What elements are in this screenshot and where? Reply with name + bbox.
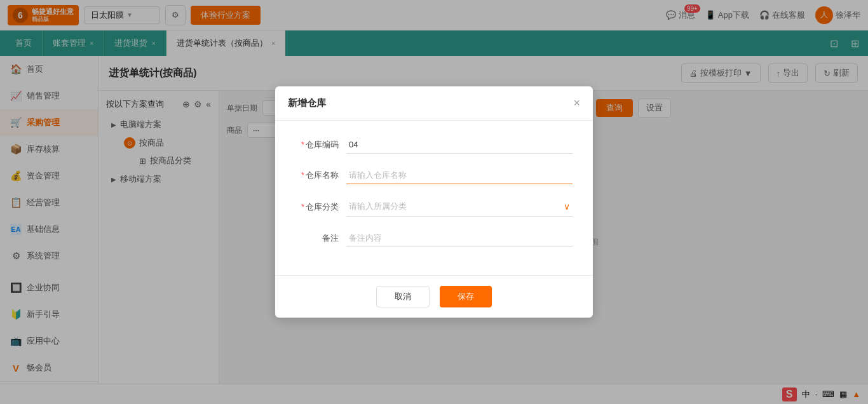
name-input[interactable] — [346, 166, 573, 184]
save-button[interactable]: 保存 — [440, 286, 492, 307]
category-label: 仓库分类 — [295, 201, 346, 213]
modal-title: 新增仓库 — [288, 97, 326, 109]
code-label: 仓库编码 — [295, 139, 346, 151]
modal-overlay: 新增仓库 × 仓库编码 仓库名称 仓库分类 请输入所属分类 ∨ 备注 — [0, 0, 868, 404]
form-row-name: 仓库名称 — [295, 166, 573, 184]
modal-footer: 取消 保存 — [275, 275, 593, 318]
form-row-category: 仓库分类 请输入所属分类 ∨ — [295, 197, 573, 217]
new-warehouse-modal: 新增仓库 × 仓库编码 仓库名称 仓库分类 请输入所属分类 ∨ 备注 — [275, 86, 593, 318]
remark-label: 备注 — [295, 232, 346, 244]
name-label: 仓库名称 — [295, 170, 346, 181]
category-select[interactable]: 请输入所属分类 ∨ — [346, 197, 573, 217]
form-row-remark: 备注 — [295, 229, 573, 247]
form-row-code: 仓库编码 — [295, 136, 573, 154]
code-input[interactable] — [346, 136, 573, 154]
modal-header: 新增仓库 × — [275, 86, 593, 121]
remark-input[interactable] — [346, 229, 573, 247]
modal-body: 仓库编码 仓库名称 仓库分类 请输入所属分类 ∨ 备注 — [275, 121, 593, 275]
chevron-down-icon: ∨ — [564, 201, 570, 212]
cancel-button[interactable]: 取消 — [376, 286, 430, 307]
modal-close-button[interactable]: × — [573, 97, 580, 110]
